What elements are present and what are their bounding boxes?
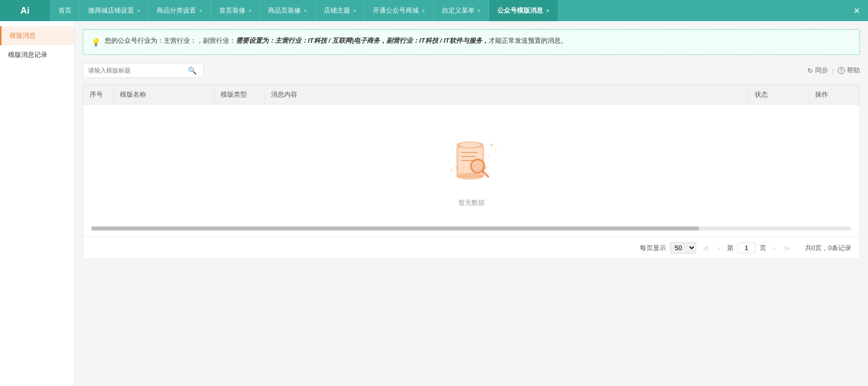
sidebar-item-template-msg[interactable]: 模版消息 [0, 26, 74, 45]
close-all-icon: ✕ [853, 6, 860, 16]
notice-box: 💡 您的公众号行业为：主营行业：，副营行业：需要设置为：主营行业：IT科技 / … [83, 29, 860, 55]
sidebar-item-template-msg-log[interactable]: 模版消息记录 [0, 45, 74, 64]
sidebar-item-template-msg-label: 模版消息 [10, 32, 36, 39]
sync-label: 同步 [815, 66, 828, 75]
prev-page-button[interactable]: ‹ [715, 243, 723, 253]
sidebar: 模版消息 模版消息记录 [0, 21, 75, 386]
tab-open-mall-label: 开通公众号商城 [373, 6, 419, 15]
sync-button[interactable]: ↻ 同步 [808, 66, 828, 75]
tab-custom-menu[interactable]: 自定义菜单 × [434, 0, 489, 21]
content-area: 💡 您的公众号行业为：主营行业：，副营行业：需要设置为：主营行业：IT科技 / … [75, 21, 868, 386]
tab-store-theme-label: 店铺主题 [324, 6, 350, 15]
svg-point-11 [456, 173, 484, 180]
close-all-tabs-button[interactable]: ✕ [845, 0, 868, 21]
tab-product-decoration[interactable]: 商品页装修 × [260, 0, 315, 21]
search-button[interactable]: 🔍 [184, 63, 201, 78]
tab-product-decoration-label: 商品页装修 [268, 6, 301, 15]
toolbar-right: ↻ 同步 | ? 帮助 [808, 66, 860, 75]
help-circle-icon: ? [838, 67, 845, 74]
sync-icon: ↻ [808, 67, 813, 74]
pagination-bar: 每页显示 10 20 50 100 ⊲ ‹ 第 页 › ⊳ 共0页，0条记录 [83, 237, 859, 259]
close-tab-product-decoration[interactable]: × [304, 8, 307, 14]
logo: Ai [0, 0, 50, 21]
page-size-select[interactable]: 10 20 50 100 [670, 242, 696, 254]
svg-point-12 [490, 143, 493, 146]
search-input-wrap: 🔍 [83, 63, 204, 78]
col-header-status: 状态 [749, 85, 809, 105]
notice-content: 您的公众号行业为：主营行业：，副营行业：需要设置为：主营行业：IT科技 / 互联… [105, 36, 567, 46]
empty-illustration [441, 130, 502, 190]
tab-category-settings[interactable]: 商品分类设置 × [149, 0, 211, 21]
tab-home[interactable]: 首页 [50, 0, 80, 21]
close-tab-template-msg[interactable]: × [546, 8, 549, 14]
help-label: 帮助 [847, 66, 860, 75]
toolbar-divider: | [832, 67, 834, 74]
empty-text: 暂无数据 [84, 198, 859, 207]
col-header-content: 消息内容 [265, 85, 749, 105]
logo-text: Ai [21, 6, 30, 16]
col-header-name: 模版名称 [114, 85, 215, 105]
tab-open-mall[interactable]: 开通公众号商城 × [365, 0, 433, 21]
notice-emphasis: 需要设置为：主营行业：IT科技 / 互联网|电子商务，副营行业：IT科技 / I… [236, 37, 489, 44]
tab-shop-settings[interactable]: 微商城店铺设置 × [80, 0, 149, 21]
search-input[interactable] [83, 64, 184, 77]
total-records-text: 共0页，0条记录 [805, 244, 851, 253]
close-tab-store-theme[interactable]: × [353, 8, 356, 14]
empty-state: 暂无数据 [84, 105, 859, 222]
tab-custom-menu-label: 自定义菜单 [442, 6, 475, 15]
page-label-after: 页 [760, 244, 766, 253]
horizontal-scrollbar[interactable] [83, 226, 859, 237]
close-tab-home-decoration[interactable]: × [248, 8, 251, 14]
top-nav: Ai 首页 微商城店铺设置 × 商品分类设置 × 首页装修 × 商品页装修 × … [0, 0, 868, 21]
first-page-button[interactable]: ⊲ [700, 243, 711, 253]
notice-prefix: 您的公众号行业为：主营行业：，副营行业： [105, 37, 236, 44]
current-page-input[interactable] [738, 243, 756, 253]
svg-point-14 [488, 154, 490, 156]
tab-home-label: 首页 [58, 6, 72, 15]
tab-template-msg[interactable]: 公众号模版消息 × [489, 0, 558, 21]
data-table: 序号 模版名称 模版类型 消息内容 状态 操作 [83, 85, 859, 222]
col-header-action: 操作 [809, 85, 859, 105]
tab-home-decoration-label: 首页装修 [219, 6, 245, 15]
last-page-button[interactable]: ⊳ [782, 243, 793, 253]
close-tab-shop-settings[interactable]: × [137, 8, 140, 14]
tab-home-decoration[interactable]: 首页装修 × [211, 0, 260, 21]
scroll-track [91, 226, 851, 230]
page-size-label: 每页显示 [640, 244, 666, 253]
tab-store-theme[interactable]: 店铺主题 × [316, 0, 365, 21]
col-header-index: 序号 [84, 85, 114, 105]
tab-template-msg-label: 公众号模版消息 [497, 6, 543, 15]
svg-point-16 [448, 162, 450, 164]
col-header-type: 模版类型 [215, 85, 265, 105]
scroll-thumb [91, 226, 699, 230]
notice-icon: 💡 [91, 36, 101, 48]
page-label-before: 第 [727, 244, 733, 253]
help-button[interactable]: ? 帮助 [838, 66, 860, 75]
svg-point-15 [450, 169, 453, 172]
tab-shop-settings-label: 微商城店铺设置 [88, 6, 134, 15]
tab-category-settings-label: 商品分类设置 [157, 6, 196, 15]
next-page-button[interactable]: › [770, 243, 778, 253]
table-header-row: 序号 模版名称 模版类型 消息内容 状态 操作 [84, 85, 859, 105]
close-tab-custom-menu[interactable]: × [478, 8, 481, 14]
search-bar: 🔍 ↻ 同步 | ? 帮助 [83, 63, 860, 78]
sidebar-item-template-msg-log-label: 模版消息记录 [8, 51, 47, 58]
notice-suffix: 才能正常发送预置的消息。 [489, 37, 567, 44]
close-tab-category-settings[interactable]: × [199, 8, 202, 14]
close-tab-open-mall[interactable]: × [422, 8, 425, 14]
table-wrapper: 序号 模版名称 模版类型 消息内容 状态 操作 [83, 84, 860, 259]
svg-point-13 [495, 149, 497, 151]
main-layout: 模版消息 模版消息记录 💡 您的公众号行业为：主营行业：，副营行业：需要设置为：… [0, 21, 868, 386]
svg-point-4 [460, 142, 480, 147]
